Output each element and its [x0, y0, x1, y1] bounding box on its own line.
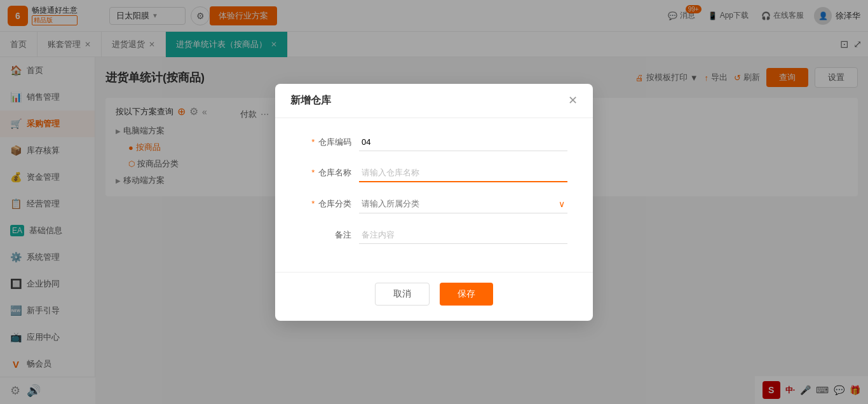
code-input[interactable]	[359, 133, 567, 151]
name-label: * 仓库名称	[301, 167, 351, 178]
remark-label: 备注	[301, 229, 351, 241]
category-field-row: * 仓库分类 ∨	[301, 195, 567, 213]
category-label: * 仓库分类	[301, 198, 351, 210]
modal-overlay[interactable]: 新增仓库 ✕ * 仓库编码 * 仓库名称	[0, 0, 868, 404]
cancel-button[interactable]: 取消	[375, 283, 430, 306]
save-button[interactable]: 保存	[440, 283, 493, 306]
modal-footer: 取消 保存	[275, 272, 593, 321]
remark-field-row: 备注	[301, 226, 567, 244]
modal-close-button[interactable]: ✕	[568, 95, 578, 106]
code-field-row: * 仓库编码	[301, 133, 567, 151]
category-select[interactable]: ∨	[359, 195, 567, 213]
modal-body: * 仓库编码 * 仓库名称 * 仓库分类	[275, 118, 593, 272]
name-field-row: * 仓库名称	[301, 164, 567, 182]
remark-input[interactable]	[359, 226, 567, 244]
modal-title: 新增仓库	[290, 94, 331, 107]
category-input[interactable]	[362, 199, 559, 208]
name-input[interactable]	[359, 164, 567, 182]
modal-new-warehouse: 新增仓库 ✕ * 仓库编码 * 仓库名称	[275, 84, 593, 321]
modal-header: 新增仓库 ✕	[275, 84, 593, 118]
category-chevron-icon: ∨	[559, 199, 565, 209]
code-label: * 仓库编码	[301, 137, 351, 148]
